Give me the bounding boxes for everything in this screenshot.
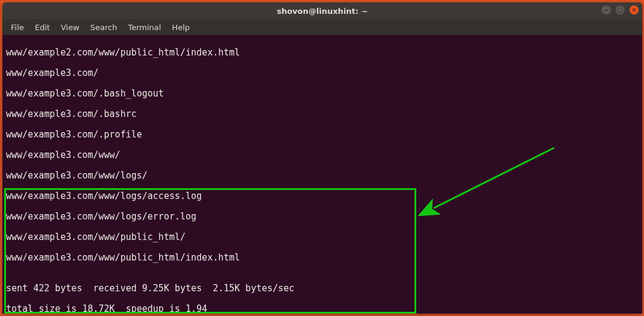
- menu-terminal[interactable]: Terminal: [123, 21, 166, 34]
- output-line: www/example2.com/www/public_html/index.h…: [6, 48, 639, 58]
- menu-view[interactable]: View: [56, 21, 84, 34]
- menu-file[interactable]: File: [6, 21, 29, 34]
- output-line: total size is 18.72K speedup is 1.94: [6, 304, 639, 314]
- output-line: www/example3.com/www/public_html/index.h…: [6, 253, 639, 263]
- output-line: www/example3.com/.profile: [6, 130, 639, 140]
- output-line: www/example3.com/www/logs/: [6, 171, 639, 181]
- menubar: File Edit View Search Terminal Help: [2, 19, 642, 35]
- output-line: www/example3.com/www/public_html/: [6, 232, 639, 242]
- menu-edit[interactable]: Edit: [30, 21, 55, 34]
- output-line: www/example3.com/www/logs/access.log: [6, 191, 639, 201]
- menu-help[interactable]: Help: [167, 21, 195, 34]
- output-line: sent 422 bytes received 9.25K bytes 2.15…: [6, 283, 639, 294]
- terminal-body[interactable]: www/example2.com/www/public_html/index.h…: [2, 35, 642, 314]
- output-line: www/example3.com/.bash_logout: [6, 89, 639, 99]
- output-line: www/example3.com/.bashrc: [6, 109, 639, 119]
- close-button[interactable]: ✕: [630, 5, 639, 14]
- window-title: shovon@linuxhint: ~: [277, 7, 367, 16]
- output-line: www/example3.com/: [6, 68, 639, 78]
- titlebar: shovon@linuxhint: ~ − ▢ ✕: [2, 2, 642, 19]
- menu-search[interactable]: Search: [86, 21, 122, 34]
- minimize-button[interactable]: −: [602, 5, 611, 14]
- output-line: www/example3.com/www/: [6, 150, 639, 160]
- terminal-window: shovon@linuxhint: ~ − ▢ ✕ File Edit View…: [2, 2, 642, 314]
- window-controls: − ▢ ✕: [602, 5, 639, 14]
- maximize-button[interactable]: ▢: [616, 5, 625, 14]
- output-line: www/example3.com/www/logs/error.log: [6, 212, 639, 222]
- highlight-annotation: [4, 188, 416, 314]
